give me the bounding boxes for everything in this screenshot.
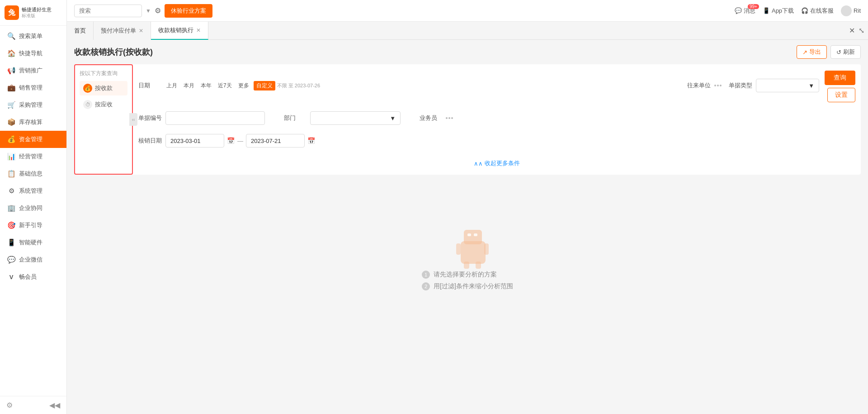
app-download-button[interactable]: 📱 App下载: [763, 7, 794, 15]
sidebar-item-basicinfo[interactable]: 📋 基础信息: [0, 165, 66, 182]
sidebar-item-hardware[interactable]: 📱 智能硬件: [0, 234, 66, 251]
tab-prepay-label: 预付冲应付单: [101, 27, 136, 35]
date-7days[interactable]: 近7天: [216, 81, 234, 90]
voucherno-input[interactable]: [165, 111, 265, 125]
topbar-dropdown-icon[interactable]: ▼: [146, 8, 151, 14]
settings-button[interactable]: 设置: [827, 88, 855, 102]
date-field-group: 日期 上月 本月 本年 近7天 更多 自定义: [138, 81, 275, 90]
sidebar-item-label: 营销推广: [19, 67, 42, 75]
guide-icon: 🎯: [7, 221, 15, 229]
date-this-month[interactable]: 本月: [182, 81, 196, 90]
svg-rect-6: [464, 262, 469, 269]
tab-receipt-label: 收款核销执行: [158, 26, 193, 34]
staff-dots[interactable]: [446, 117, 453, 119]
refresh-icon: ↺: [836, 49, 841, 56]
vouchertype-select[interactable]: ▼: [756, 79, 819, 92]
tab-prepay-close-icon[interactable]: ✕: [139, 28, 143, 34]
sidebar: 兔 畅捷通好生意 标准版 🔍 搜索菜单 🏠 快捷导航 📢 营销推广 💼 销售管理…: [0, 0, 67, 414]
search-buttons: 查询 设置: [825, 69, 855, 102]
sidebar-item-member[interactable]: V 畅会员: [0, 268, 66, 286]
counterpart-field-group: 往来单位: [687, 81, 722, 90]
no-limit-text: 不限 至 2023-07-26: [277, 82, 320, 89]
staff-label: 业务员: [420, 114, 442, 122]
date-custom[interactable]: 自定义: [254, 81, 275, 90]
verify-date-label: 核销日期: [138, 137, 162, 145]
sidebar-item-wechat[interactable]: 💬 企业微信: [0, 251, 66, 268]
sidebar-item-purchase[interactable]: 🛒 采购管理: [0, 96, 66, 114]
purchase-icon: 🛒: [7, 101, 15, 109]
date-dash: —: [237, 138, 243, 144]
tab-expand-icon[interactable]: ⤡: [859, 26, 864, 35]
service-icon: 🎧: [801, 7, 808, 14]
message-button[interactable]: 💬 消息 99+: [735, 7, 755, 15]
empty-robot-illustration: [445, 216, 490, 262]
sidebar-item-label: 销售管理: [19, 84, 42, 92]
search-icon: 🔍: [7, 32, 15, 40]
sidebar-item-guide[interactable]: 🎯 新手引导: [0, 217, 66, 234]
topbar-gear-icon[interactable]: ⚙: [155, 6, 161, 15]
sidebar-item-search[interactable]: 🔍 搜索菜单: [0, 28, 66, 45]
user-menu[interactable]: Rit: [841, 5, 861, 16]
filter-sidebar: 按以下方案查询 💰 按收款 ⏱ 按应收 ‹‹: [74, 64, 133, 175]
sidebar-item-label: 企业微信: [19, 256, 42, 264]
tab-receipt[interactable]: 收款核销执行 ✕: [151, 22, 208, 40]
sidebar-item-system[interactable]: ⚙ 系统管理: [0, 182, 66, 200]
svg-rect-3: [474, 233, 477, 236]
sidebar-item-marketing[interactable]: 📢 营销推广: [0, 62, 66, 79]
tip-item-2: 2 用[过滤]条件来缩小分析范围: [422, 282, 513, 290]
svg-rect-1: [464, 230, 482, 244]
counterpart-dots[interactable]: [714, 85, 722, 86]
refresh-button[interactable]: ↺ 刷新: [830, 45, 861, 59]
sidebar-item-label: 采购管理: [19, 101, 42, 109]
topbar-search-input[interactable]: [74, 5, 142, 17]
user-name: Rit: [854, 7, 861, 14]
sidebar-item-quicknav[interactable]: 🏠 快捷导航: [0, 45, 66, 62]
sidebar-item-inventory[interactable]: 📦 库存核算: [0, 114, 66, 131]
filter-receivable-icon: ⏱: [83, 100, 92, 109]
settings-footer-icon[interactable]: ⚙: [6, 401, 13, 409]
svg-rect-5: [484, 243, 489, 255]
export-button[interactable]: ↗ 导出: [797, 45, 827, 59]
hardware-icon: 📱: [7, 238, 15, 247]
verify-date-start-input[interactable]: [165, 134, 224, 148]
sidebar-item-label: 基础信息: [19, 170, 42, 178]
filter-option-by-receipt[interactable]: 💰 按收款: [80, 81, 127, 95]
export-label: 导出: [809, 48, 821, 56]
verify-start-calendar-icon[interactable]: 📅: [227, 137, 235, 144]
solution-button[interactable]: 休验行业方案: [165, 4, 212, 18]
app-name: 畅捷通好生意: [22, 6, 52, 13]
sidebar-item-label: 资金管理: [19, 135, 42, 143]
sidebar-item-sales[interactable]: 💼 销售管理: [0, 79, 66, 96]
sidebar-item-finance[interactable]: 💰 资金管理: [0, 131, 66, 148]
filter-option-by-receivable[interactable]: ⏱ 按应收: [80, 97, 127, 112]
tab-close-all-icon[interactable]: ✕: [849, 26, 855, 35]
service-label: 在线客服: [810, 7, 834, 15]
message-icon: 💬: [735, 7, 742, 14]
service-button[interactable]: 🎧 在线客服: [801, 7, 834, 15]
finance-icon: 💰: [7, 135, 15, 143]
tab-receipt-close-icon[interactable]: ✕: [196, 27, 201, 33]
date-this-year[interactable]: 本年: [199, 81, 213, 90]
date-more[interactable]: 更多: [236, 81, 251, 90]
tabbar: 首页 预付冲应付单 ✕ 收款核销执行 ✕ ✕ ⤡: [67, 22, 868, 40]
sidebar-collapse-arrow[interactable]: ‹‹: [129, 113, 137, 126]
collapse-more-button[interactable]: ∧∧ 收起更多条件: [138, 157, 855, 170]
tabbar-right: ✕ ⤡: [849, 26, 868, 35]
verify-end-calendar-icon[interactable]: 📅: [307, 137, 315, 144]
search-button[interactable]: 查询: [825, 71, 855, 85]
tab-home[interactable]: 首页: [67, 22, 94, 40]
svg-rect-0: [461, 241, 486, 264]
dept-select[interactable]: ▼: [310, 111, 401, 125]
logo-icon: 兔: [5, 5, 19, 20]
voucherno-field-group: 单据编号: [138, 111, 265, 125]
sidebar-item-operations[interactable]: 📊 经营管理: [0, 148, 66, 165]
date-last-month[interactable]: 上月: [165, 81, 179, 90]
tab-prepay[interactable]: 预付冲应付单 ✕: [94, 22, 151, 40]
user-avatar: [841, 5, 852, 16]
tip-text-1: 请先选择要分析的方案: [434, 271, 497, 279]
sidebar-item-enterprise[interactable]: 🏢 企业协同: [0, 200, 66, 217]
collapse-sidebar-icon[interactable]: ◀◀: [49, 401, 60, 409]
app-edition: 标准版: [22, 13, 52, 19]
filter-row-1: 日期 上月 本月 本年 近7天 更多 自定义 不限 至 2023-07-26: [138, 69, 855, 102]
verify-date-end-input[interactable]: [246, 134, 305, 148]
